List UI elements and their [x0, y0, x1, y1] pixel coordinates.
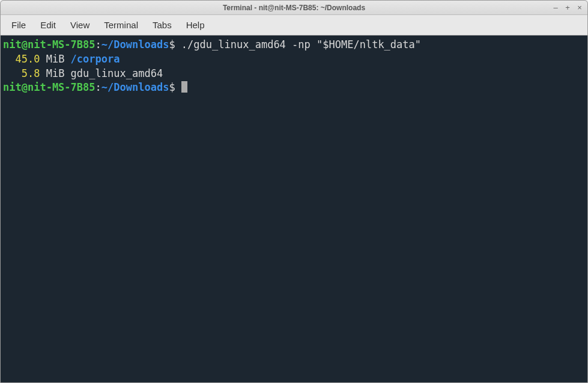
titlebar[interactable]: Terminal - nit@nit-MS-7B85: ~/Downloads …	[1, 1, 587, 15]
command-text: ./gdu_linux_amd64 -np "$HOME/nltk_data"	[181, 38, 421, 51]
file-name: gdu_linux_amd64	[71, 67, 163, 79]
prompt-colon: :	[95, 81, 102, 93]
output-row: 45.0 MiB /corpora	[3, 52, 585, 67]
menu-terminal[interactable]: Terminal	[98, 17, 144, 32]
prompt-line-2: nit@nit-MS-7B85:~/Downloads$	[3, 81, 585, 95]
minimize-button[interactable]: –	[550, 2, 561, 13]
prompt-dollar: $	[169, 81, 181, 93]
maximize-button[interactable]: +	[562, 2, 573, 13]
window-title: Terminal - nit@nit-MS-7B85: ~/Downloads	[223, 4, 365, 12]
menu-edit[interactable]: Edit	[34, 17, 62, 32]
prompt-path: ~/Downloads	[102, 81, 169, 93]
cursor-icon	[181, 81, 187, 93]
prompt-userhost: nit@nit-MS-7B85	[3, 81, 95, 93]
menu-tabs[interactable]: Tabs	[147, 17, 178, 32]
prompt-path: ~/Downloads	[102, 38, 169, 51]
menu-view[interactable]: View	[64, 17, 95, 32]
close-button[interactable]: ×	[574, 2, 585, 13]
menubar: File Edit View Terminal Tabs Help	[1, 15, 587, 35]
prompt-dollar: $	[169, 38, 181, 51]
window-controls: – + ×	[550, 2, 585, 13]
size-value: 45.0	[3, 53, 40, 65]
size-unit: MiB	[40, 67, 70, 79]
prompt-line-1: nit@nit-MS-7B85:~/Downloads$ ./gdu_linux…	[3, 38, 585, 52]
terminal-window: Terminal - nit@nit-MS-7B85: ~/Downloads …	[0, 0, 588, 383]
output-row: 5.8 MiB gdu_linux_amd64	[3, 67, 585, 81]
dir-name: /corpora	[71, 53, 120, 65]
prompt-userhost: nit@nit-MS-7B85	[3, 38, 95, 51]
menu-file[interactable]: File	[5, 17, 32, 32]
size-unit: MiB	[40, 53, 70, 65]
prompt-colon: :	[95, 38, 102, 51]
size-value: 5.8	[3, 67, 40, 79]
terminal-content[interactable]: nit@nit-MS-7B85:~/Downloads$ ./gdu_linux…	[1, 35, 587, 382]
menu-help[interactable]: Help	[180, 17, 211, 32]
